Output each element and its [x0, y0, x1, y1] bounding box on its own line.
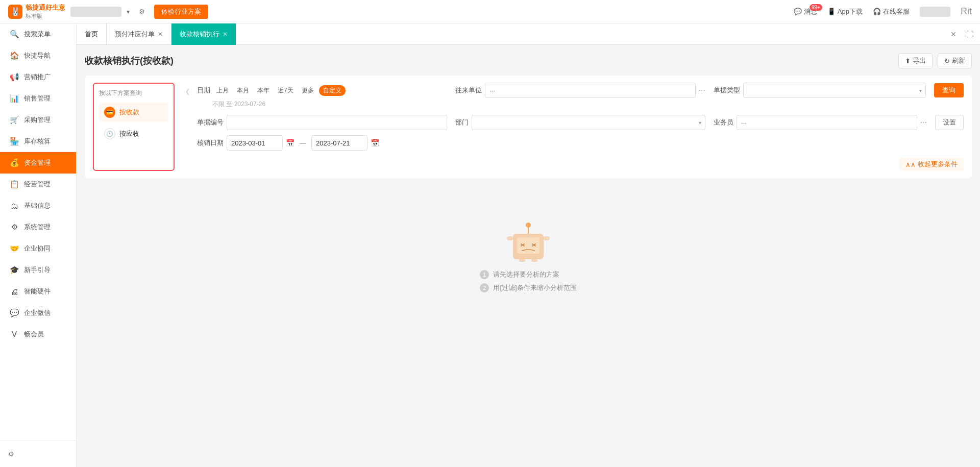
sidebar-item-sales[interactable]: 📊 销售管理 [0, 88, 76, 109]
bizperson-label: 业务员 [714, 118, 733, 127]
settings-gear-icon[interactable]: ⚙ [135, 5, 149, 19]
date-range-dash: — [300, 139, 306, 147]
sidebar-item-search[interactable]: 🔍 搜索菜单 [0, 23, 76, 45]
sidebar: 🔍 搜索菜单 🏠 快捷导航 📢 营销推广 📊 销售管理 🛒 采购管理 🏪 库存核… [0, 23, 77, 467]
sidebar-item-finance[interactable]: 💰 资金管理 [0, 152, 76, 174]
sidebar-item-guide[interactable]: 🎓 新手引导 [0, 259, 76, 281]
export-label: 导出 [913, 56, 926, 65]
tab-prepay-label: 预付冲应付单 [115, 30, 155, 39]
sidebar-label-enterprise: 企业协同 [24, 244, 51, 253]
sidebar-item-quicknav[interactable]: 🏠 快捷导航 [0, 45, 76, 66]
export-button[interactable]: ⬆ 导出 [898, 53, 933, 68]
docnumber-input[interactable] [227, 115, 447, 130]
header-dropdown-btn[interactable]: ▾ [127, 8, 130, 15]
refresh-icon: ↻ [944, 57, 950, 65]
sidebar-settings-icon: ⚙ [8, 450, 14, 458]
svg-rect-1 [517, 237, 540, 254]
tab-expand-btn[interactable]: ⛶ [964, 28, 976, 40]
sidebar-item-wechat[interactable]: 💬 企业微信 [0, 302, 76, 324]
date-btn-custom[interactable]: 自定义 [319, 85, 346, 96]
sidebar-item-operations[interactable]: 📋 经营管理 [0, 174, 76, 195]
offset-date-end-calendar-icon[interactable]: 📅 [371, 139, 379, 147]
refresh-button[interactable]: ↻ 刷新 [938, 53, 972, 68]
sidebar-item-marketing[interactable]: 📢 营销推广 [0, 66, 76, 88]
collapse-more-btn[interactable]: ∧∧ 收起更多条件 [899, 158, 964, 171]
bizperson-input[interactable] [737, 115, 917, 130]
date-label: 日期 [197, 86, 210, 95]
doctype-select-wrap: ▾ [743, 83, 926, 98]
docnumber-filter-cell: 单据编号 [197, 115, 447, 130]
sidebar-label-finance: 资金管理 [24, 158, 51, 167]
date-btn-last-month[interactable]: 上月 [213, 85, 232, 96]
counterpart-more-icon[interactable]: ··· [699, 86, 705, 95]
tab-bar-actions: ✕ ⛶ [947, 28, 976, 40]
sidebar-label-inventory: 库存核算 [24, 137, 51, 146]
sidebar-label-system: 系统管理 [24, 223, 51, 232]
tab-close-all-btn[interactable]: ✕ [947, 28, 960, 40]
query-option-by-receipt[interactable]: 💳 按收款 [99, 103, 168, 122]
svg-rect-11 [531, 258, 537, 262]
date-btn-this-month[interactable]: 本月 [234, 85, 252, 96]
by-receivable-icon: 🕐 [104, 128, 115, 139]
tab-receipt-offset[interactable]: 收款核销执行 ✕ [172, 23, 236, 45]
sidebar-item-enterprise[interactable]: 🤝 企业协同 [0, 238, 76, 259]
basicinfo-icon: 🗂 [10, 201, 19, 210]
sidebar-item-hardware[interactable]: 🖨 智能硬件 [0, 281, 76, 302]
counterpart-input[interactable] [485, 83, 696, 98]
doctype-select[interactable] [743, 83, 926, 98]
sidebar-label-marketing: 营销推广 [24, 72, 51, 82]
offset-date-start-input[interactable] [227, 135, 283, 151]
sidebar-label-guide: 新手引导 [24, 265, 51, 275]
tab-receipt-offset-close-icon[interactable]: ✕ [223, 31, 228, 38]
offset-date-end-input[interactable] [311, 135, 368, 151]
industry-solution-button[interactable]: 体验行业方案 [154, 5, 208, 19]
empty-hints: 1 请先选择要分析的方案 2 用[过滤]条件来缩小分析范围 [480, 270, 576, 292]
message-action[interactable]: 💬 消息 99+ [794, 7, 817, 16]
online-service-action[interactable]: 🎧 在线客服 [873, 7, 910, 16]
department-select[interactable] [472, 115, 705, 130]
settings-button[interactable]: 设置 [935, 115, 964, 130]
sidebar-item-member[interactable]: Ⅴ 畅会员 [0, 324, 76, 345]
sidebar-bottom: ⚙ [0, 440, 76, 467]
tab-home[interactable]: 首页 [77, 23, 107, 45]
page-title-actions: ⬆ 导出 ↻ 刷新 [898, 53, 972, 68]
export-icon: ⬆ [905, 57, 911, 65]
query-button[interactable]: 查询 [934, 83, 964, 97]
header-left: 🐰 畅捷通好生意 标准版 ▾ ⚙ 体验行业方案 [8, 4, 208, 19]
message-icon: 💬 [794, 8, 802, 15]
by-receivable-label: 按应收 [119, 129, 139, 138]
tab-receipt-offset-label: 收款核销执行 [180, 30, 219, 39]
empty-hint-1-text: 请先选择要分析的方案 [493, 270, 559, 279]
panel-collapse-btn[interactable]: 《 [181, 83, 191, 171]
sidebar-item-basicinfo[interactable]: 🗂 基础信息 [0, 195, 76, 216]
filter-row-1: 日期 上月 本月 本年 近7天 更多 自定义 [197, 83, 964, 98]
tab-prepay[interactable]: 预付冲应付单 ✕ [107, 23, 172, 45]
department-select-wrap: ▾ [472, 115, 705, 130]
operations-icon: 📋 [10, 180, 19, 189]
offset-date-start-calendar-icon[interactable]: 📅 [286, 139, 295, 147]
app-logo-icon: 🐰 [8, 5, 22, 19]
content-area: 首页 预付冲应付单 ✕ 收款核销执行 ✕ ✕ ⛶ 收款核销执行(按收款) [77, 23, 980, 467]
query-option-by-receivable[interactable]: 🕐 按应收 [99, 124, 168, 143]
user-avatar[interactable] [920, 7, 950, 17]
tab-bar: 首页 预付冲应付单 ✕ 收款核销执行 ✕ ✕ ⛶ [77, 23, 980, 45]
svg-rect-8 [507, 236, 513, 240]
page-title-bar: 收款核销执行(按收款) ⬆ 导出 ↻ 刷新 [85, 53, 972, 68]
tab-prepay-close-icon[interactable]: ✕ [158, 31, 163, 38]
bizperson-filter-cell: 业务员 ··· 设置 [714, 115, 964, 130]
main-layout: 🔍 搜索菜单 🏠 快捷导航 📢 营销推广 📊 销售管理 🛒 采购管理 🏪 库存核… [0, 23, 980, 467]
service-icon: 🎧 [873, 8, 881, 15]
counterpart-label: 往来单位 [455, 86, 482, 95]
sidebar-settings-btn[interactable]: ⚙ [0, 445, 76, 463]
date-btn-7days[interactable]: 近7天 [275, 85, 297, 96]
svg-point-7 [526, 223, 531, 228]
bizperson-more-icon[interactable]: ··· [920, 118, 927, 127]
sidebar-item-system[interactable]: ⚙ 系统管理 [0, 216, 76, 238]
app-download-action[interactable]: 📱 App下载 [827, 7, 863, 16]
date-btn-this-year[interactable]: 本年 [254, 85, 273, 96]
date-btn-more[interactable]: 更多 [299, 85, 317, 96]
sidebar-item-purchase[interactable]: 🛒 采购管理 [0, 109, 76, 131]
sidebar-label-wechat: 企业微信 [24, 308, 51, 317]
sidebar-item-inventory[interactable]: 🏪 库存核算 [0, 131, 76, 152]
tab-home-label: 首页 [85, 30, 98, 39]
